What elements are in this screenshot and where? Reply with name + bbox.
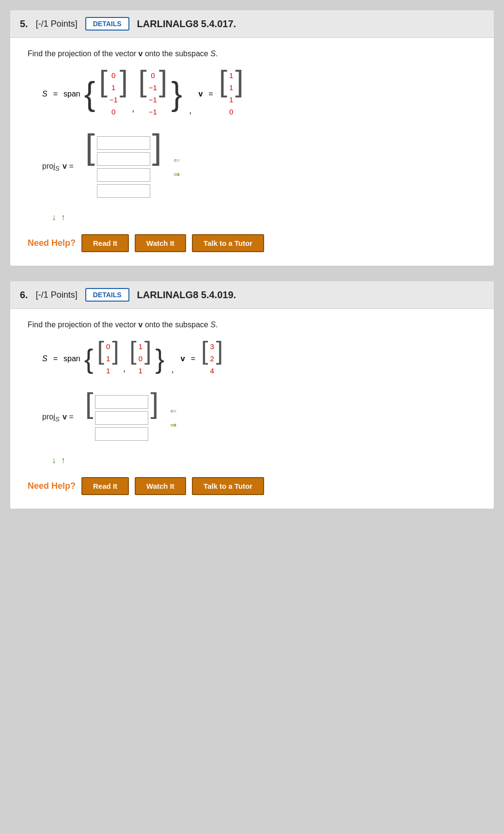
input-5-row2[interactable]: [97, 152, 150, 166]
s-equals-span-6: S: [42, 354, 47, 363]
arrow-left-5[interactable]: ⇐: [173, 155, 181, 166]
arrow-right-5[interactable]: ⇒: [173, 169, 181, 180]
matrix1-6: [ 0 1 1 ]: [97, 340, 119, 378]
question-5-id: LARLINALG8 5.4.017.: [137, 18, 236, 30]
vector-v-6: [ 3 2 4 ]: [201, 340, 223, 378]
proj-sub-6: S: [55, 416, 60, 423]
proj-area-5: projS v = [ ] ⇐ ⇒: [42, 132, 476, 202]
big-brace-right-6: }: [155, 347, 164, 370]
question-5: 5. [-/1 Points] DETAILS LARLINALG8 5.4.0…: [10, 10, 494, 266]
input-6-row1[interactable]: [95, 395, 148, 409]
problem-text-5: Find the projection of the vector v onto…: [28, 49, 476, 58]
input-6-row3[interactable]: [95, 427, 148, 441]
big-brace-left-6: {: [84, 347, 94, 370]
equals-6: =: [53, 354, 58, 363]
v-label-5: v: [198, 90, 203, 98]
v-eq-5: =: [208, 90, 213, 98]
question-5-header: 5. [-/1 Points] DETAILS LARLINALG8 5.4.0…: [10, 10, 494, 38]
comma1-6: ,: [123, 363, 126, 378]
question-5-points: [-/1 Points]: [36, 19, 78, 29]
bracket-left-m1-5: [: [99, 69, 107, 119]
question-6-body: Find the projection of the vector v onto…: [10, 309, 494, 509]
up-btn-6[interactable]: ↑: [61, 455, 65, 465]
big-brace-left-5: {: [84, 80, 95, 108]
matrix1-5: [ 0 1 −1 0 ]: [99, 69, 128, 119]
question-5-number: 5.: [20, 18, 28, 30]
up-btn-5[interactable]: ↑: [61, 212, 65, 223]
talk-to-tutor-btn-6[interactable]: Talk to a Tutor: [192, 477, 264, 495]
need-help-row-5: Need Help? Read It Watch It Talk to a Tu…: [28, 234, 476, 252]
arrow-left-6[interactable]: ⇐: [169, 405, 177, 416]
proj-sub-5: S: [55, 165, 60, 172]
v-eq-6: =: [191, 354, 195, 363]
updown-6: ↓ ↑: [52, 455, 476, 465]
read-it-btn-5[interactable]: Read It: [81, 234, 129, 252]
updown-5: ↓ ↑: [52, 212, 476, 223]
question-6: 6. [-/1 Points] DETAILS LARLINALG8 5.4.0…: [10, 281, 494, 509]
read-it-btn-6[interactable]: Read It: [81, 477, 129, 495]
need-help-label-5: Need Help?: [28, 238, 76, 248]
question-6-header: 6. [-/1 Points] DETAILS LARLINALG8 5.4.0…: [10, 281, 494, 309]
comma2-6: ,: [171, 364, 174, 378]
input-5-row1[interactable]: [97, 136, 150, 150]
proj-label-5: proj: [42, 162, 55, 170]
vector-v-5: [ 1 1 1 0 ]: [219, 69, 244, 119]
input-5-row4[interactable]: [97, 184, 150, 198]
matrix2-6: [ 1 0 1 ]: [129, 340, 151, 378]
details-button-5[interactable]: DETAILS: [85, 17, 129, 31]
need-help-row-6: Need Help? Read It Watch It Talk to a Tu…: [28, 477, 476, 495]
down-btn-5[interactable]: ↓: [52, 212, 56, 223]
watch-it-btn-6[interactable]: Watch It: [135, 477, 186, 495]
span-word-6: span: [63, 354, 80, 363]
matrix2-5: [ 0 −1 −1 −1 ]: [139, 69, 168, 119]
talk-to-tutor-btn-5[interactable]: Talk to a Tutor: [192, 234, 264, 252]
question-6-id: LARLINALG8 5.4.019.: [137, 289, 236, 301]
proj-v-label-5: v: [63, 162, 67, 170]
s-equals-span-5: S: [42, 90, 47, 98]
need-help-label-6: Need Help?: [28, 481, 76, 491]
proj-area-6: projS v = [ ] ⇐ ⇒: [42, 391, 476, 445]
input-5-row3[interactable]: [97, 168, 150, 182]
comma2-5: ,: [189, 105, 192, 119]
input-6-row2[interactable]: [95, 411, 148, 425]
big-brace-right-5: }: [171, 80, 182, 108]
question-6-number: 6.: [20, 289, 28, 301]
down-btn-6[interactable]: ↓: [52, 455, 56, 465]
comma1-5: ,: [132, 103, 135, 119]
watch-it-btn-5[interactable]: Watch It: [135, 234, 186, 252]
bracket-right-m1-5: ]: [120, 69, 128, 119]
question-5-body: Find the projection of the vector v onto…: [10, 38, 494, 266]
problem-text-6: Find the projection of the vector v onto…: [28, 320, 476, 329]
arrow-right-6[interactable]: ⇒: [169, 419, 177, 431]
span-word-5: span: [63, 90, 80, 98]
proj-label-6: proj: [42, 413, 55, 421]
details-button-6[interactable]: DETAILS: [85, 288, 129, 302]
question-6-points: [-/1 Points]: [36, 290, 78, 300]
v-label-6: v: [181, 354, 185, 363]
proj-v-label-6: v: [63, 413, 67, 421]
equals-5: =: [53, 90, 58, 98]
